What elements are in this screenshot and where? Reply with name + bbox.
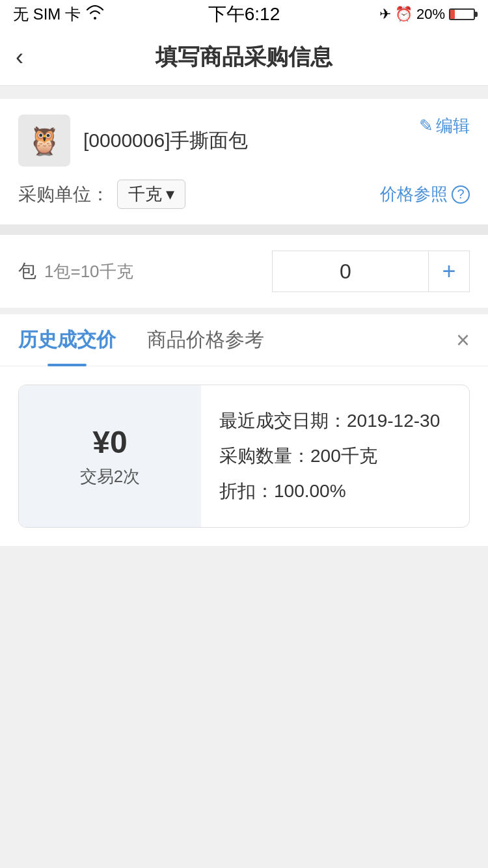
page-title: 填写商品采购信息 [156, 42, 332, 72]
discount-value: 100.00% [274, 481, 346, 501]
trade-count: 交易2次 [80, 465, 140, 488]
unit-value: 千克 [128, 183, 162, 206]
purchase-qty-value: 200千克 [310, 446, 377, 466]
status-time: 下午6:12 [208, 2, 280, 27]
history-price-column: ¥0 交易2次 [19, 385, 201, 527]
quantity-row: 包 1包=10千克 + [0, 235, 488, 308]
carrier-text: 无 SIM 卡 [13, 4, 81, 25]
tab-active-indicator [47, 364, 87, 366]
purchase-qty-label: 采购数量： [219, 446, 310, 466]
history-price-amount: ¥0 [92, 424, 127, 460]
close-panel-button[interactable]: × [456, 327, 470, 354]
price-value: 0 [110, 425, 128, 459]
price-ref-button[interactable]: 价格参照 ? [380, 183, 470, 206]
recent-date-row: 最近成交日期：2019-12-30 [219, 409, 451, 433]
tab-history-price[interactable]: 历史成交价 [18, 314, 116, 366]
tabs-header: 历史成交价 商品价格参考 × [0, 314, 488, 366]
unit-prefix: 采购单位： [18, 182, 109, 207]
product-header: 🦉 [0000006]手撕面包 ✎ 编辑 [18, 115, 470, 167]
edit-label: 编辑 [436, 115, 470, 137]
product-logo-icon: 🦉 [27, 125, 61, 157]
edit-button[interactable]: ✎ 编辑 [419, 115, 470, 137]
nav-bar: ‹ 填写商品采购信息 [0, 29, 488, 86]
back-button[interactable]: ‹ [16, 44, 23, 71]
location-icon: ✈ [379, 6, 391, 23]
product-footer: 采购单位： 千克 ▾ 价格参照 ? [18, 180, 470, 209]
section-divider [0, 224, 488, 235]
alarm-icon: ⏰ [395, 6, 413, 23]
product-thumbnail: 🦉 [18, 115, 70, 167]
battery-percent: 20% [416, 6, 445, 23]
status-left: 无 SIM 卡 [13, 4, 104, 25]
battery-icon [449, 8, 475, 20]
discount-row: 折扣：100.00% [219, 479, 451, 504]
quantity-controls: + [272, 251, 470, 292]
product-card: 🦉 [0000006]手撕面包 ✎ 编辑 采购单位： 千克 ▾ 价格参照 ? [0, 99, 488, 224]
history-content: ¥0 交易2次 最近成交日期：2019-12-30 采购数量：200千克 折扣：… [0, 366, 488, 546]
history-detail-column: 最近成交日期：2019-12-30 采购数量：200千克 折扣：100.00% [201, 385, 469, 527]
quantity-plus-button[interactable]: + [428, 251, 470, 292]
help-icon: ? [452, 185, 470, 204]
status-bar: 无 SIM 卡 下午6:12 ✈ ⏰ 20% [0, 0, 488, 29]
dropdown-icon: ▾ [166, 184, 174, 204]
quantity-input[interactable] [272, 251, 428, 292]
recent-date-value: 2019-12-30 [347, 411, 440, 431]
product-left: 🦉 [0000006]手撕面包 [18, 115, 248, 167]
quantity-label: 包 1包=10千克 [18, 259, 133, 284]
tabs-left: 历史成交价 商品价格参考 [18, 314, 264, 366]
purchase-qty-row: 采购数量：200千克 [219, 444, 451, 468]
edit-icon: ✎ [419, 116, 433, 136]
recent-date-label: 最近成交日期： [219, 411, 347, 431]
page-background [0, 546, 488, 868]
tab-history-label: 历史成交价 [18, 327, 116, 353]
discount-label: 折扣： [219, 481, 274, 501]
tab-product-price[interactable]: 商品价格参考 [147, 314, 264, 366]
status-right: ✈ ⏰ 20% [379, 6, 475, 23]
unit-row: 采购单位： 千克 ▾ [18, 180, 185, 209]
unit-select[interactable]: 千克 ▾ [117, 180, 185, 209]
currency-symbol: ¥ [92, 425, 110, 459]
wifi-icon [86, 5, 104, 23]
unit-conversion: 1包=10千克 [44, 260, 133, 283]
price-ref-label: 价格参照 [380, 183, 448, 206]
tabs-panel: 历史成交价 商品价格参考 × ¥0 交易2次 最近成交日期：2019-12-30 [0, 314, 488, 546]
history-card: ¥0 交易2次 最近成交日期：2019-12-30 采购数量：200千克 折扣：… [18, 385, 470, 528]
product-name: [0000006]手撕面包 [83, 128, 248, 154]
unit-bag-label: 包 [18, 259, 36, 284]
tab-product-label: 商品价格参考 [147, 327, 264, 353]
